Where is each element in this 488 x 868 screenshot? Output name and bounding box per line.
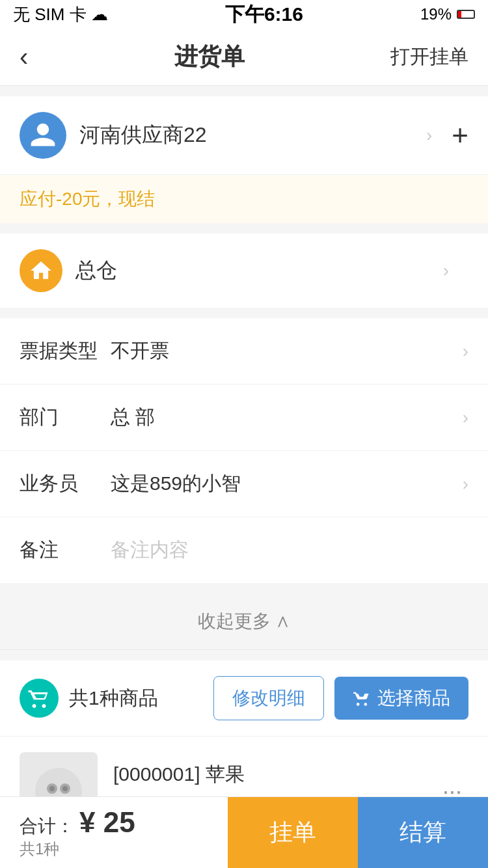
total-area: 合计： ¥ 25 共1种 (0, 797, 228, 868)
hang-order-button[interactable]: 挂单 (228, 797, 358, 868)
checkout-button[interactable]: 结算 (358, 797, 488, 868)
battery-icon (457, 10, 475, 19)
svg-point-3 (49, 786, 55, 791)
total-amount: ¥ 25 (79, 806, 135, 839)
nav-bar: ‹ 进货单 打开挂单 (0, 29, 488, 86)
supplier-row[interactable]: 河南供应商22 › + (0, 96, 488, 175)
shopping-icon (27, 686, 51, 710)
main-content: 河南供应商22 › + 应付-20元，现结 总仓 › 票据类型 不开票 › 部门… (0, 86, 488, 868)
salesperson-row[interactable]: 业务员 这是859的小智 › (0, 451, 488, 517)
open-pending-button[interactable]: 打开挂单 (390, 44, 468, 70)
select-product-label: 选择商品 (377, 686, 450, 711)
select-product-button[interactable]: 选择商品 (334, 677, 468, 720)
product-count: 共1种商品 (69, 685, 213, 712)
product-name: [0000001] 苹果 (113, 761, 436, 788)
home-icon (29, 258, 53, 283)
svg-point-4 (62, 786, 68, 791)
edit-detail-button[interactable]: 修改明细 (213, 676, 324, 720)
form-section: 票据类型 不开票 › 部门 总 部 › 业务员 这是859的小智 › 备注 备注… (0, 318, 488, 583)
person-icon (29, 121, 57, 150)
add-supplier-button[interactable]: + (452, 119, 468, 152)
supplier-avatar (20, 112, 66, 159)
warehouse-arrow-icon: › (443, 260, 449, 281)
invoice-type-value: 不开票 (111, 338, 463, 364)
status-bar: 无 SIM 卡 ☁ 下午6:16 19% (0, 0, 488, 29)
invoice-type-row[interactable]: 票据类型 不开票 › (0, 318, 488, 385)
warehouse-row[interactable]: 总仓 › (0, 234, 488, 308)
department-label: 部门 (20, 404, 111, 431)
remark-row[interactable]: 备注 备注内容 (0, 517, 488, 583)
product-header: 共1种商品 修改明细 选择商品 (0, 660, 488, 737)
supplier-section: 河南供应商22 › + 应付-20元，现结 (0, 96, 488, 223)
department-row[interactable]: 部门 总 部 › (0, 385, 488, 451)
battery-level: 19% (420, 5, 452, 23)
bottom-bar: 合计： ¥ 25 共1种 挂单 结算 (0, 796, 488, 868)
salesperson-value: 这是859的小智 (111, 470, 463, 497)
remark-label: 备注 (20, 537, 111, 563)
back-button[interactable]: ‹ (20, 42, 28, 72)
department-value: 总 部 (111, 404, 463, 431)
warehouse-section[interactable]: 总仓 › (0, 234, 488, 308)
collapse-toggle[interactable]: 收起更多 ∧ (0, 593, 488, 650)
total-label: 合计： (20, 814, 74, 839)
add-product-icon (353, 689, 371, 707)
department-arrow-icon: › (463, 407, 468, 428)
payment-hint: 应付-20元，现结 (0, 175, 488, 223)
product-code: [0000001] (113, 763, 200, 785)
supplier-arrow-icon: › (426, 125, 432, 146)
status-right: 19% (420, 5, 475, 23)
warehouse-icon (20, 249, 62, 292)
salesperson-label: 业务员 (20, 470, 111, 497)
product-title: 苹果 (206, 763, 245, 785)
status-time: 下午6:16 (225, 1, 303, 28)
salesperson-arrow-icon: › (463, 474, 468, 495)
total-row: 合计： ¥ 25 (20, 806, 228, 839)
page-title: 进货单 (174, 41, 245, 73)
invoice-type-label: 票据类型 (20, 338, 111, 364)
remark-input[interactable]: 备注内容 (111, 537, 468, 563)
total-count: 共1种 (20, 839, 228, 860)
status-left: 无 SIM 卡 ☁ (13, 3, 108, 26)
supplier-name: 河南供应商22 (79, 121, 426, 150)
product-icon (20, 679, 59, 718)
warehouse-name: 总仓 (75, 256, 443, 285)
sim-status: 无 SIM 卡 ☁ (13, 3, 108, 26)
invoice-type-arrow-icon: › (463, 341, 468, 362)
